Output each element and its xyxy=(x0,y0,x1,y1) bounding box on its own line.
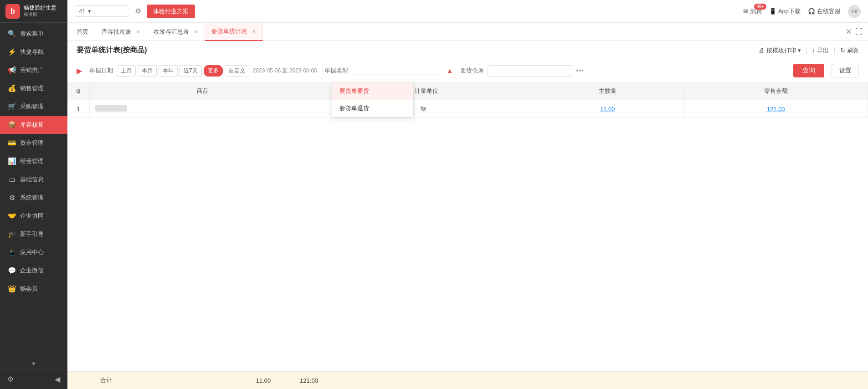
marketing-icon: 📢 xyxy=(7,66,16,75)
action-separator xyxy=(806,47,807,54)
filter-warehouse-input[interactable] xyxy=(488,65,572,77)
tab-recv-summary[interactable]: 收发存汇总表 ✕ xyxy=(147,23,205,41)
sidebar-item-label: 应用中心 xyxy=(20,248,60,256)
refresh-label: 刷新 xyxy=(847,46,859,55)
tab-request-summary-close[interactable]: ✕ xyxy=(252,28,256,35)
sidebar-item-wechat[interactable]: 💬 企业微信 xyxy=(0,261,67,280)
table-footer: 合计 11.00 121.00 xyxy=(67,371,868,389)
sidebar-item-purchase[interactable]: 🛒 采购管理 xyxy=(0,97,67,116)
sidebar-item-label: 新手引导 xyxy=(20,230,60,238)
sidebar-item-inventory[interactable]: 📦 库存核算 xyxy=(0,116,67,134)
sidebar-item-marketing[interactable]: 📢 营销推广 xyxy=(0,61,67,79)
app-label: App下载 xyxy=(778,7,801,15)
message-button[interactable]: ✉ 消息 99+ xyxy=(743,7,762,15)
page-area: 要货单统计表(按商品) 🖨 按模板打印 ▾ ↑ 导出 ↻ 刷新 xyxy=(67,41,868,389)
filter-type-arrow-icon[interactable]: ▲ xyxy=(447,67,453,74)
footer-label: 合计 xyxy=(95,376,186,384)
settings-gear-icon[interactable]: ⚙ xyxy=(135,7,141,15)
col-amount: 零售金额 xyxy=(684,82,868,100)
sidebar-item-label: 营销推广 xyxy=(20,66,60,74)
sidebar-scroll-down[interactable]: ▼ xyxy=(0,358,67,369)
print-button[interactable]: 🖨 按模板打印 ▾ xyxy=(759,46,801,55)
qty-link[interactable]: 11.00 xyxy=(600,106,615,113)
company-selector[interactable]: 41 ▾ xyxy=(75,5,129,17)
sidebar-item-label: 快捷导航 xyxy=(20,48,60,56)
filter-settings-button[interactable]: 设置 xyxy=(832,64,859,77)
sidebar-item-operation[interactable]: 📊 经营管理 xyxy=(0,152,67,170)
refresh-icon: ↻ xyxy=(840,47,845,54)
tab-home[interactable]: 首页 xyxy=(73,23,95,41)
table-area: ⚙ 商品 主计量单位 主数量 零售金额 1 xyxy=(67,82,868,371)
filter-warehouse-more-icon[interactable]: ••• xyxy=(576,67,584,75)
export-icon: ↑ xyxy=(812,47,816,54)
online-service-button[interactable]: 🎧 在线客服 xyxy=(808,7,841,15)
search-button[interactable]: 查询 xyxy=(793,64,824,77)
table-row: 1 块 11.00 121.00 xyxy=(67,100,868,118)
sidebar-item-corp[interactable]: 🤝 企业协同 xyxy=(0,207,67,225)
search-icon: 🔍 xyxy=(7,29,16,38)
dropdown-item-return[interactable]: 要货单退货 xyxy=(332,100,413,117)
app-sub: 标准版 xyxy=(24,11,56,18)
product-blurred xyxy=(95,105,127,112)
tab-recv-summary-close[interactable]: ✕ xyxy=(194,29,198,35)
sidebar-logo: b 畅捷通好生意 标准版 xyxy=(0,0,67,23)
sidebar-nav: 🔍 搜索菜单 ⚡ 快捷导航 📢 营销推广 💰 销售管理 🛒 采购管理 📦 库存核… xyxy=(0,23,67,358)
finance-icon: 💳 xyxy=(7,138,16,148)
avatar-text: Rit xyxy=(851,9,857,14)
date-last-month-button[interactable]: 上月 xyxy=(117,65,136,77)
export-button[interactable]: ↑ 导出 xyxy=(812,46,829,55)
sidebar-item-search[interactable]: 🔍 搜索菜单 xyxy=(0,25,67,43)
date-this-year-button[interactable]: 本年 xyxy=(159,65,178,77)
tab-inventory-batch[interactable]: 库存批次账 ✕ xyxy=(95,23,147,41)
dropdown-item-order[interactable]: 要货单要货 xyxy=(332,82,413,100)
sidebar-item-sales[interactable]: 💰 销售管理 xyxy=(0,79,67,97)
close-all-tabs-button[interactable]: ✕ xyxy=(846,27,852,36)
topbar: 41 ▾ ⚙ 体验行业方案 ✉ 消息 99+ 📱 App下载 🎧 在线客服 Ri… xyxy=(67,0,868,23)
shortcut-icon: ⚡ xyxy=(7,47,16,56)
sidebar-item-shortcut[interactable]: ⚡ 快捷导航 xyxy=(0,43,67,61)
filter-type-input[interactable] xyxy=(352,66,443,75)
action-separator-2 xyxy=(834,47,835,54)
sidebar-item-basic[interactable]: 🗂 基础信息 xyxy=(0,170,67,189)
filter-toggle-button[interactable]: ▶ xyxy=(77,67,82,75)
settings-icon[interactable]: ⚙ xyxy=(7,375,14,384)
expand-tabs-icon[interactable]: ⛶ xyxy=(855,28,863,36)
sales-icon: 💰 xyxy=(7,84,16,93)
app-icon: 📱 xyxy=(769,8,776,15)
collapse-icon[interactable]: ◀ xyxy=(55,375,60,384)
amount-link[interactable]: 121.00 xyxy=(767,106,785,113)
user-avatar[interactable]: Rit xyxy=(848,5,861,18)
tab-inventory-batch-close[interactable]: ✕ xyxy=(136,29,140,35)
date-more-button[interactable]: 更多 xyxy=(204,65,223,77)
sidebar-item-apps[interactable]: 📱 应用中心 xyxy=(0,243,67,261)
system-icon: ⚙ xyxy=(7,193,16,202)
trial-button[interactable]: 体验行业方案 xyxy=(147,5,195,18)
date-this-month-button[interactable]: 本月 xyxy=(138,65,157,77)
app-logo-icon: b xyxy=(5,4,20,19)
td-amount: 121.00 xyxy=(684,100,868,118)
data-table: ⚙ 商品 主计量单位 主数量 零售金额 1 xyxy=(67,82,868,118)
refresh-button[interactable]: ↻ 刷新 xyxy=(840,46,859,55)
date-7days-button[interactable]: 近7天 xyxy=(180,65,202,77)
filter-warehouse-label: 要货仓库 xyxy=(460,67,484,75)
col-product: 商品 xyxy=(89,82,316,100)
sidebar-item-newbie[interactable]: 🎓 新手引导 xyxy=(0,225,67,243)
sidebar-item-label: 畅会员 xyxy=(20,285,60,293)
sidebar-item-system[interactable]: ⚙ 系统管理 xyxy=(0,189,67,207)
sidebar-item-label: 采购管理 xyxy=(20,102,60,111)
chevron-down-icon: ▾ xyxy=(88,8,91,15)
sidebar-item-finance[interactable]: 💳 资金管理 xyxy=(0,134,67,152)
sidebar-item-label: 库存核算 xyxy=(20,121,60,129)
message-badge: 99+ xyxy=(754,4,766,10)
filter-date-group: 单据日期 上月 本月 本年 近7天 更多 自定义 2023-05-06 至 20… xyxy=(89,65,317,77)
page-header: 要货单统计表(按商品) 🖨 按模板打印 ▾ ↑ 导出 ↻ 刷新 xyxy=(67,41,868,59)
filter-type-label: 单据类型 xyxy=(324,67,348,75)
td-qty: 11.00 xyxy=(531,100,684,118)
sidebar-item-label: 企业协同 xyxy=(20,212,60,220)
sidebar-item-member[interactable]: 👑 畅会员 xyxy=(0,280,67,298)
app-download-button[interactable]: 📱 App下载 xyxy=(769,7,801,15)
type-dropdown-menu: 要货单要货 要货单退货 xyxy=(332,82,414,118)
col-settings[interactable]: ⚙ xyxy=(67,82,89,100)
date-custom-button[interactable]: 自定义 xyxy=(225,65,249,77)
tab-request-summary[interactable]: 要货单统计表 ✕ xyxy=(205,23,263,41)
